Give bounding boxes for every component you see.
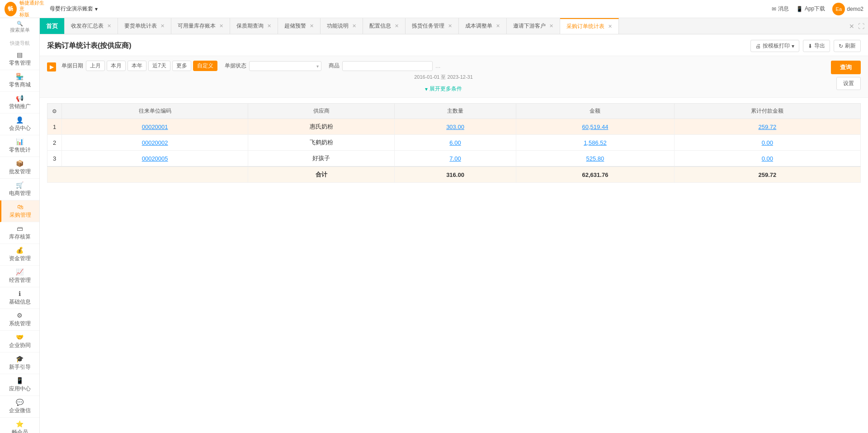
table-row: 3 00020005 好孩子 7.00 525.80 0.00 [47,151,861,167]
close-tab-invite-downstream[interactable]: ✕ [549,23,553,29]
date-btn-7days[interactable]: 近7天 [148,61,170,71]
sidebar-item-app-center[interactable]: 📱 应用中心 [0,374,39,396]
sidebar-item-enterprise-collab[interactable]: 🤝 企业协同 [0,331,39,352]
row2-seq: 2 [47,135,62,151]
table-footer-row: 合计 316.00 62,631.76 259.72 [47,167,861,183]
workspace-selector[interactable]: 母婴行业演示账套 ▾ [50,5,766,13]
close-tab-function-desc[interactable]: ✕ [352,23,356,29]
row1-qty[interactable]: 303.00 [394,119,516,135]
close-tab-pick-task-mgmt[interactable]: ✕ [448,23,452,29]
row1-code[interactable]: 00020001 [62,119,248,135]
row2-paid[interactable]: 0.00 [674,135,860,151]
row2-code[interactable]: 00020002 [62,135,248,151]
sidebar-item-retail-mall[interactable]: 🏪 零售商城 [0,70,39,92]
logo-area: 畅 畅捷通好生意 标版 [5,0,44,18]
row1-paid[interactable]: 259.72 [674,119,860,135]
close-tab-cost-adjust[interactable]: ✕ [496,23,500,29]
retail-mgmt-icon: ▤ [17,51,23,58]
message-icon: ✉ [772,6,776,12]
close-tab-config-info[interactable]: ✕ [395,23,399,29]
refresh-button[interactable]: ↻ 刷新 [834,40,861,52]
tab-overstock-alert[interactable]: 超储预警 ✕ [278,18,321,34]
tab-cost-adjust[interactable]: 成本调整单 ✕ [459,18,507,34]
close-tab-overstock-alert[interactable]: ✕ [310,23,314,29]
close-tab-warranty-query[interactable]: ✕ [267,23,271,29]
sidebar-item-finance[interactable]: 💰 资金管理 [0,244,39,266]
date-btn-this-year[interactable]: 本年 [127,61,146,71]
expand-more-btn[interactable]: ▾ 展开更多条件 [425,85,462,93]
date-range-display: 2016-01-01 至 2023-12-31 [414,74,473,81]
ops-icon: 📈 [16,268,24,276]
sidebar-item-wholesale-mgmt[interactable]: 📦 批发管理 [0,157,39,179]
sidebar-item-basic-info[interactable]: ℹ 基础信息 [0,287,39,309]
sidebar-search[interactable]: 🔍 搜索菜单 [0,18,39,36]
message-btn[interactable]: ✉ 消息 [772,5,789,13]
row3-paid[interactable]: 0.00 [674,151,860,167]
row3-amount[interactable]: 525.80 [516,151,675,167]
tab-config-info[interactable]: 配置信息 ✕ [363,18,406,34]
date-btn-custom[interactable]: 自定义 [193,61,217,71]
inventory-icon: 🗃 [17,225,23,232]
footer-paid: 259.72 [674,167,860,183]
footer-qty: 316.00 [394,167,516,183]
tab-receive-summary[interactable]: 收发存汇总表 ✕ [65,18,118,34]
sidebar-item-retail-mgmt[interactable]: ▤ 零售管理 [0,48,39,70]
sidebar-item-new-guide[interactable]: 🎓 新手引导 [0,352,39,374]
sidebar-item-member-center[interactable]: 👤 会员中心 [0,114,39,135]
sidebar: 🔍 搜索菜单 快捷导航 ▤ 零售管理 🏪 零售商城 📢 营销推广 👤 会员中心 … [0,18,40,433]
close-tab-purchase-order-stats[interactable]: ✕ [608,24,612,29]
sidebar-quick-nav[interactable]: 快捷导航 [0,36,39,48]
tab-purchase-order-stats[interactable]: 采购订单统计表 ✕ [560,18,619,34]
goods-input[interactable] [342,61,433,71]
data-table: ⚙ 往来单位编码 供应商 主数量 金额 累计付款金额 1 00020001 惠氏 [47,103,861,183]
sidebar-item-marketing[interactable]: 📢 营销推广 [0,92,39,114]
tab-warranty-query[interactable]: 保质期查询 ✕ [230,18,278,34]
close-all-tabs-btn[interactable]: ✕ [849,23,854,30]
maximize-btn[interactable]: ⛶ [858,23,864,30]
print-button[interactable]: 🖨 按模板打印 ▾ [750,40,799,52]
sidebar-item-sys-mgmt[interactable]: ⚙ 系统管理 [0,309,39,331]
status-select[interactable] [249,61,321,71]
enterprise-wechat-icon: 💬 [16,399,24,406]
tab-invite-downstream[interactable]: 邀请下游客户 ✕ [507,18,560,34]
app-download-btn[interactable]: 📱 App下载 [796,5,825,13]
close-tab-available-inventory[interactable]: ✕ [219,23,223,29]
retail-stats-icon: 📊 [16,138,24,145]
close-tab-purchase-summary[interactable]: ✕ [160,23,165,29]
sidebar-item-member[interactable]: ⭐ 畅会员 [0,418,39,433]
sidebar-item-retail-stats[interactable]: 📊 零售统计 [0,135,39,157]
tab-home[interactable]: 首页 [40,18,65,34]
row2-qty[interactable]: 6.00 [394,135,516,151]
search-icon: 🔍 [17,21,23,27]
setting-button[interactable]: 设置 [836,77,861,90]
col-supplier: 供应商 [248,104,395,119]
filter-toggle-btn[interactable]: ▶ [47,62,56,71]
close-tab-receive-summary[interactable]: ✕ [107,23,111,29]
filter-wrapper: ▶ 单据日期 上月 本月 本年 近7天 更多 [47,61,861,93]
filter-group-date: 单据日期 上月 本月 本年 近7天 更多 自定义 [61,61,217,71]
tab-pick-task-mgmt[interactable]: 拣货任务管理 ✕ [406,18,459,34]
sidebar-item-ops-mgmt[interactable]: 📈 经营管理 [0,266,39,287]
row3-code[interactable]: 00020005 [62,151,248,167]
tab-purchase-summary[interactable]: 要货单统计表 ✕ [118,18,171,34]
table-container: ⚙ 往来单位编码 供应商 主数量 金额 累计付款金额 1 00020001 惠氏 [40,98,868,188]
row2-amount[interactable]: 1,586.52 [516,135,675,151]
footer-label: 合计 [248,167,395,183]
row3-qty[interactable]: 7.00 [394,151,516,167]
goods-more-btn[interactable]: … [435,63,441,69]
sidebar-item-purchase-mgmt[interactable]: 🛍 采购管理 [0,200,39,222]
date-btn-this-month[interactable]: 本月 [107,61,126,71]
sidebar-item-inventory[interactable]: 🗃 库存核算 [0,222,39,244]
avatar: Ea [832,3,845,15]
sidebar-item-enterprise-wechat[interactable]: 💬 企业微信 [0,396,39,418]
tab-function-desc[interactable]: 功能说明 ✕ [321,18,363,34]
query-button[interactable]: 查询 [831,61,861,74]
date-btn-last-month[interactable]: 上月 [86,61,105,71]
tab-available-inventory[interactable]: 可用量库存账本 ✕ [171,18,230,34]
filter-right-btns: 查询 设置 [831,61,861,90]
export-button[interactable]: ⬇ 导出 [803,40,830,52]
date-btn-more[interactable]: 更多 [172,61,191,71]
row1-amount[interactable]: 60,519.44 [516,119,675,135]
user-profile[interactable]: Ea demo2 [832,3,863,15]
sidebar-item-ecommerce-mgmt[interactable]: 🛒 电商管理 [0,179,39,200]
